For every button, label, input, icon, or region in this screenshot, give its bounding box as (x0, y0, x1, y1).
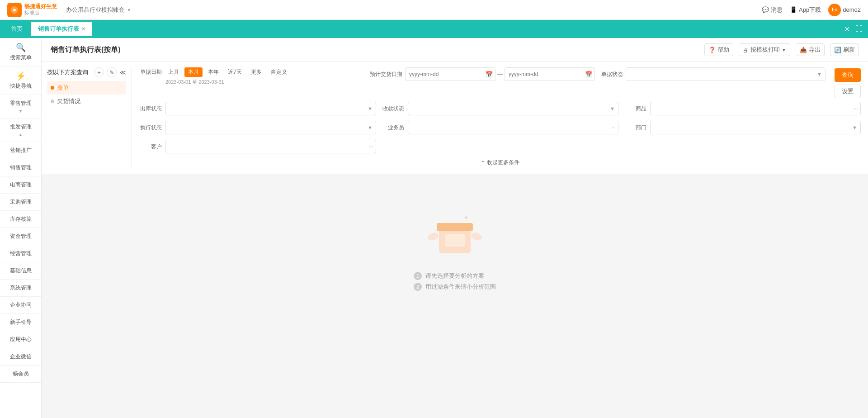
logo-sub: 标准版 (24, 10, 57, 16)
sidebar-item-enterprisewx[interactable]: 企业微信 (0, 348, 41, 366)
sidebar-item-inventory[interactable]: 库存核算 (0, 211, 41, 228)
sidebar-item-appcenter[interactable]: 应用中心 (0, 331, 41, 348)
sidebar-item-basic[interactable]: 基础信息 (0, 262, 41, 280)
logo-area: 畅捷通好生意 标准版 (7, 3, 57, 17)
app-download-nav-item[interactable]: 📱 App下载 (790, 6, 821, 14)
sidebar-item-purchase[interactable]: 采购管理 (0, 194, 41, 211)
help-icon: ❓ (708, 47, 716, 53)
sidebar-item-finance[interactable]: 资金管理 (0, 228, 41, 245)
product-item: 商品 ··· (624, 102, 861, 115)
expected-date-end-wrap: 📅 (505, 67, 595, 81)
edit-scheme-button[interactable]: ✎ (107, 67, 117, 77)
add-scheme-button[interactable]: + (94, 67, 104, 77)
sidebar-item-newbie[interactable]: 新手引导 (0, 314, 41, 331)
department-control: ▼ (650, 121, 861, 134)
tab-bar-actions: ✕ ⛶ (839, 25, 868, 33)
top-nav-right: 💬 消息 📱 App下载 Ea demo2 (762, 4, 861, 16)
date-tab-last7[interactable]: 近7天 (224, 67, 245, 77)
hint-num-1: 1 (414, 272, 422, 280)
empty-illustration: ✦ · · (428, 210, 482, 265)
filter-row-2: 出库状态 ▼ 收款状态 (139, 102, 861, 115)
customer-ellipsis-icon[interactable]: ··· (369, 143, 373, 150)
finance-label: 资金管理 (10, 233, 32, 240)
scheme-item-byorder[interactable]: 按单 (47, 81, 126, 95)
date-tab-thismonth[interactable]: 本月 (184, 67, 203, 77)
tab-home[interactable]: 首页 (4, 22, 30, 36)
date-filter-group: 单据日期 上月 本月 本年 近7天 更多 自定义 2023-03-0 (139, 67, 364, 86)
sidebar-item-member[interactable]: 畅会员 (0, 366, 41, 383)
date-tab-thisyear[interactable]: 本年 (204, 67, 222, 77)
expected-date-label: 预计交货日期 (370, 71, 402, 78)
expected-date-start-input[interactable] (405, 67, 495, 81)
outbound-status-item: 出库状态 ▼ (139, 102, 376, 115)
sidebar-item-search[interactable]: 🔍 搜索菜单 (0, 38, 41, 66)
refresh-button[interactable]: 🔄 刷新 (830, 43, 859, 56)
query-button[interactable]: 查询 (835, 68, 861, 82)
breadcrumb[interactable]: 办公用品行业模拟账套 ▼ (66, 6, 132, 14)
page-header: 销售订单执行表(按单) ❓ 帮助 🖨 按模板打印 ▼ 📤 导出 🔄 刷新 (42, 38, 868, 62)
sidebar-item-sales[interactable]: 销售管理 (0, 159, 41, 176)
empty-state: ✦ · · 1 请先选择要分析的方案 2 用过滤条件来缩小分析范围 (42, 174, 868, 327)
sidebar-item-wholesale[interactable]: 批发管理 ▲ (0, 119, 41, 142)
date-tab-lastmonth[interactable]: 上月 (165, 67, 183, 77)
outbound-status-control: ▼ (165, 102, 376, 115)
appcenter-label: 应用中心 (10, 336, 32, 343)
setting-button[interactable]: 设置 (835, 85, 861, 98)
filter-left: 按以下方案查询 + ✎ ≪ 按单 欠货情况 (42, 67, 132, 168)
scheme-item-bydebt[interactable]: 欠货情况 (47, 95, 126, 108)
collapse-scheme-button[interactable]: ≪ (119, 69, 126, 76)
outbound-status-select[interactable] (165, 102, 376, 115)
filter-row-3: 执行状态 ▼ 业务员 ··· (139, 121, 861, 134)
app-download-icon: 📱 (790, 6, 797, 13)
message-label: 消息 (771, 6, 783, 14)
salesperson-input[interactable] (408, 121, 618, 134)
product-input[interactable] (650, 102, 861, 115)
export-button[interactable]: 📤 导出 (796, 43, 825, 56)
user-nav-item[interactable]: Ea demo2 (828, 4, 861, 16)
tab-expand-icon[interactable]: ⛶ (855, 25, 863, 33)
customer-input[interactable] (165, 140, 376, 153)
expected-date-group: 预计交货日期 📅 — 📅 (370, 67, 595, 81)
exec-status-label: 执行状态 (139, 124, 162, 132)
expected-date-end-input[interactable] (505, 67, 595, 81)
receipt-status-select[interactable] (408, 102, 618, 115)
tab-close-icon[interactable]: × (82, 26, 85, 32)
export-label: 导出 (809, 46, 821, 54)
exec-status-select[interactable] (165, 121, 376, 134)
message-icon: 💬 (762, 6, 769, 13)
sidebar-item-system[interactable]: 系统管理 (0, 280, 41, 297)
sidebar-item-marketing[interactable]: 营销推广 (0, 142, 41, 159)
outbound-status-label: 出库状态 (139, 105, 162, 113)
member-label: 畅会员 (13, 370, 29, 378)
tab-sales-exec[interactable]: 销售订单执行表 × (31, 22, 92, 36)
tab-sales-exec-label: 销售订单执行表 (38, 25, 79, 33)
date-range-control: 📅 — 📅 (405, 67, 595, 81)
sidebar-item-quicknav[interactable]: ⚡ 快捷导航 (0, 66, 41, 95)
empty-hints: 1 请先选择要分析的方案 2 用过滤条件来缩小分析范围 (414, 272, 496, 291)
sidebar-item-operation[interactable]: 经营管理 (0, 245, 41, 262)
message-nav-item[interactable]: 💬 消息 (762, 6, 783, 14)
svg-text:·: · (471, 223, 472, 227)
date-separator: — (497, 71, 503, 77)
sidebar-item-retail[interactable]: 零售管理 ▼ (0, 95, 41, 119)
help-button[interactable]: ❓ 帮助 (704, 43, 733, 56)
export-icon: 📤 (800, 47, 807, 53)
date-tab-more[interactable]: 更多 (247, 67, 265, 77)
tab-close-window-icon[interactable]: ✕ (844, 25, 850, 33)
logo-icon (7, 3, 22, 17)
collapse-more-button[interactable]: ⌃ 收起更多条件 (139, 157, 861, 168)
collapse-label: 收起更多条件 (487, 159, 519, 166)
sidebar-item-ecommerce[interactable]: 电商管理 (0, 176, 41, 194)
order-status-select[interactable] (626, 67, 826, 81)
hint-text-1: 请先选择要分析的方案 (425, 272, 484, 280)
date-tab-custom[interactable]: 自定义 (267, 67, 291, 77)
department-select[interactable] (650, 121, 861, 134)
content-area: 销售订单执行表(按单) ❓ 帮助 🖨 按模板打印 ▼ 📤 导出 🔄 刷新 (42, 38, 868, 418)
product-ellipsis-icon[interactable]: ··· (854, 105, 858, 112)
salesperson-ellipsis-icon[interactable]: ··· (611, 124, 616, 131)
scheme-dot (51, 86, 54, 90)
template-print-button[interactable]: 🖨 按模板打印 ▼ (739, 43, 790, 56)
sidebar-item-enterprise[interactable]: 企业协同 (0, 297, 41, 314)
svg-point-4 (428, 231, 439, 242)
sidebar: 🔍 搜索菜单 ⚡ 快捷导航 零售管理 ▼ 批发管理 ▲ 营销推广 销售管理 电商… (0, 38, 42, 418)
